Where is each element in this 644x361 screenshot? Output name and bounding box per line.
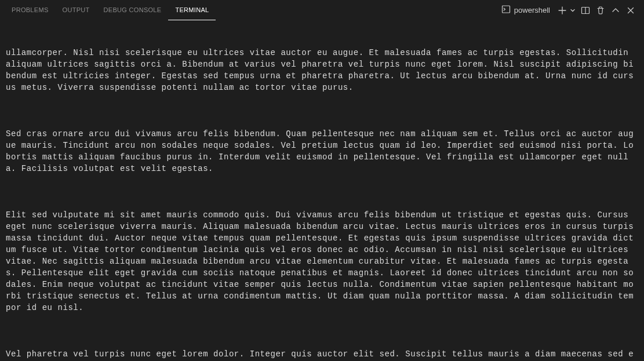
shell-name: powershell [514,6,550,14]
tab-terminal[interactable]: TERMINAL [168,0,216,20]
new-terminal-button[interactable] [556,4,569,17]
maximize-panel-button[interactable] [609,4,622,17]
panel-tabs: PROBLEMS OUTPUT DEBUG CONSOLE TERMINAL [5,0,216,20]
new-terminal-group [556,4,577,17]
kill-terminal-button[interactable] [594,4,607,17]
tab-debug-console[interactable]: DEBUG CONSOLE [97,0,169,20]
terminal-paragraph: Sed cras ornare arcu dui vivamus arcu fe… [6,128,638,174]
svg-rect-0 [502,6,510,13]
terminal-paragraph: ullamcorper. Nisl nisi scelerisque eu ul… [6,47,638,93]
close-panel-button[interactable] [624,4,637,17]
tab-output[interactable]: OUTPUT [56,0,97,20]
terminal-shell-icon [501,5,511,16]
terminal-output[interactable]: ullamcorper. Nisl nisi scelerisque eu ul… [0,20,644,361]
terminal-paragraph: Elit sed vulputate mi sit amet mauris co… [6,209,638,313]
new-terminal-dropdown[interactable] [569,4,577,17]
split-terminal-button[interactable] [579,4,592,17]
shell-selector[interactable]: powershell [498,5,554,16]
panel-header: PROBLEMS OUTPUT DEBUG CONSOLE TERMINAL p… [0,0,644,20]
tab-problems[interactable]: PROBLEMS [5,0,56,20]
terminal-paragraph: Vel pharetra vel turpis nunc eget lorem … [6,348,638,361]
panel-actions: powershell [498,4,639,17]
